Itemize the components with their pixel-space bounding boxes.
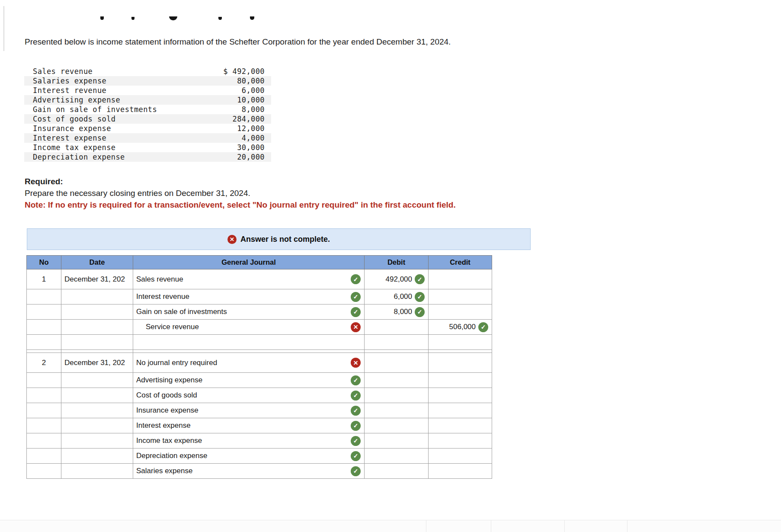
income-statement-row: Insurance expense12,000 (24, 124, 271, 133)
required-instruction: Prepare the necessary closing entries on… (25, 189, 250, 198)
account-field-cell[interactable] (133, 335, 365, 350)
account-label: Insurance expense (33, 124, 237, 133)
account-label: Sales revenue (33, 67, 223, 76)
credit-field-cell[interactable] (429, 304, 492, 320)
journal-row: Advertising expense✓ (27, 373, 492, 388)
entry-number-cell (27, 418, 61, 433)
credit-field-cell[interactable] (429, 418, 492, 433)
entry-number-cell (27, 289, 61, 304)
debit-field-cell[interactable] (365, 388, 429, 403)
check-icon: ✓ (351, 466, 361, 476)
income-statement-row: Interest expense4,000 (24, 133, 271, 143)
problem-statement: Presented below is income statement info… (25, 36, 630, 48)
debit-field-cell[interactable] (365, 449, 429, 464)
debit-field-cell[interactable]: 492,000✓ (365, 269, 429, 289)
account-name: Advertising expense (136, 376, 351, 385)
account-label: Interest revenue (33, 86, 242, 95)
account-name: No journal entry required (136, 359, 351, 367)
account-field-cell[interactable]: Advertising expense✓ (133, 373, 365, 388)
debit-field-cell[interactable] (365, 335, 429, 350)
col-header-credit: Credit (429, 256, 492, 269)
account-label: Advertising expense (33, 95, 237, 105)
account-name: Insurance expense (136, 406, 351, 415)
income-statement-row: Advertising expense10,000 (24, 95, 271, 105)
footer-divider (564, 520, 565, 532)
debit-field-cell[interactable] (365, 464, 429, 479)
date-cell (61, 373, 133, 388)
account-field-cell[interactable]: Salaries expense✓ (133, 464, 365, 479)
footer-divider (426, 520, 426, 532)
credit-field-cell[interactable] (429, 335, 492, 350)
entry-number-cell (27, 335, 61, 350)
footer-divider (627, 520, 627, 532)
answer-status-banner: ✕ Answer is not complete. (27, 228, 531, 250)
debit-field-cell[interactable] (365, 353, 429, 373)
account-amount: 80,000 (237, 76, 265, 86)
account-field-cell[interactable]: Service revenue✕ (133, 320, 365, 335)
credit-field-cell[interactable] (429, 289, 492, 304)
credit-field-cell[interactable] (429, 373, 492, 388)
journal-row: Insurance expense✓ (27, 403, 492, 418)
journal-row: Gain on sale of investments✓8,000✓ (27, 304, 492, 320)
credit-field-cell[interactable] (429, 464, 492, 479)
journal-row: Interest expense✓ (27, 418, 492, 433)
date-cell (61, 464, 133, 479)
debit-field-cell[interactable]: 8,000✓ (365, 304, 429, 320)
x-icon: ✕ (227, 235, 237, 244)
date-cell: December 31, 202 (61, 269, 133, 289)
account-field-cell[interactable]: Interest expense✓ (133, 418, 365, 433)
income-statement-row: Sales revenue$ 492,000 (24, 67, 271, 76)
debit-field-cell[interactable] (365, 403, 429, 418)
account-name: Interest expense (136, 421, 351, 430)
separator-cell (133, 350, 365, 353)
account-label: Cost of goods sold (33, 114, 233, 124)
debit-field-cell[interactable] (365, 320, 429, 335)
date-cell (61, 449, 133, 464)
credit-field-cell[interactable]: 506,000✓ (429, 320, 492, 335)
credit-field-cell[interactable] (429, 433, 492, 449)
connect-question-page: Presented below is income statement info… (0, 0, 781, 532)
date-cell (61, 388, 133, 403)
x-icon: ✕ (351, 322, 361, 332)
account-name: Cost of goods sold (136, 391, 351, 400)
account-field-cell[interactable]: Depreciation expense✓ (133, 449, 365, 464)
date-cell (61, 433, 133, 449)
debit-field-cell[interactable]: 6,000✓ (365, 289, 429, 304)
account-field-cell[interactable]: Sales revenue✓ (133, 269, 365, 289)
debit-field-cell[interactable] (365, 418, 429, 433)
account-amount: 30,000 (237, 143, 265, 152)
account-field-cell[interactable]: Gain on sale of investments✓ (133, 304, 365, 320)
journal-row: Depreciation expense✓ (27, 449, 492, 464)
account-label: Interest expense (33, 133, 242, 143)
date-cell (61, 335, 133, 350)
account-field-cell[interactable]: Insurance expense✓ (133, 403, 365, 418)
account-field-cell[interactable]: No journal entry required✕ (133, 353, 365, 373)
heading-remnant (100, 16, 104, 20)
separator-cell (429, 350, 492, 353)
journal-row: 2December 31, 202No journal entry requir… (27, 353, 492, 373)
heading-remnant (250, 16, 254, 20)
credit-field-cell[interactable] (429, 269, 492, 289)
credit-field-cell[interactable] (429, 353, 492, 373)
debit-field-cell[interactable] (365, 433, 429, 449)
debit-field-cell[interactable] (365, 373, 429, 388)
account-field-cell[interactable]: Interest revenue✓ (133, 289, 365, 304)
account-amount: 20,000 (237, 152, 265, 162)
account-name: Service revenue (136, 323, 351, 331)
credit-field-cell[interactable] (429, 403, 492, 418)
journal-row: Cost of goods sold✓ (27, 388, 492, 403)
debit-amount: 492,000 (386, 275, 412, 284)
account-amount: 4,000 (242, 133, 265, 143)
account-field-cell[interactable]: Cost of goods sold✓ (133, 388, 365, 403)
debit-amount: 6,000 (394, 292, 412, 301)
credit-field-cell[interactable] (429, 388, 492, 403)
date-cell (61, 403, 133, 418)
entry-number-cell (27, 320, 61, 335)
check-icon: ✓ (351, 274, 361, 284)
credit-field-cell[interactable] (429, 449, 492, 464)
journal-row (27, 335, 492, 350)
footer-divider (491, 520, 491, 532)
income-statement-row: Gain on sale of investments8,000 (24, 105, 271, 114)
income-statement-row: Depreciation expense20,000 (24, 152, 271, 162)
account-field-cell[interactable]: Income tax expense✓ (133, 433, 365, 449)
